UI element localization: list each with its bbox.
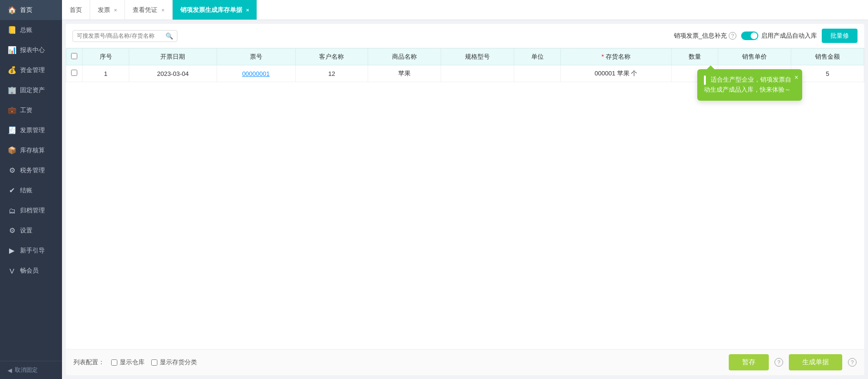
tab-home[interactable]: 首页	[62, 0, 90, 20]
row-invoice-no[interactable]: 00000001	[217, 65, 295, 82]
show-category-label: 显示存货分类	[160, 358, 197, 367]
sidebar-item-reports[interactable]: 📊 报表中心	[0, 40, 62, 60]
sidebar-item-invoice[interactable]: 🧾 发票管理	[0, 120, 62, 140]
show-category-wrap[interactable]: 显示存货分类	[151, 358, 197, 367]
save-help-icon[interactable]: ?	[775, 358, 783, 367]
bottom-bar: 列表配置： 显示仓库 显示存货分类 暂存 ? 生成单据 ?	[66, 349, 864, 375]
row-customer: 12	[295, 65, 368, 82]
header-unit: 单位	[514, 49, 561, 65]
funds-icon: 💰	[8, 66, 16, 74]
sidebar-item-settings[interactable]: ⚙ 设置	[0, 221, 62, 241]
toggle-label: 启用产成品自动入库	[761, 32, 817, 40]
pin-label: 取消固定	[15, 366, 38, 374]
search-input[interactable]	[77, 32, 163, 39]
batch-button[interactable]: 批量修	[822, 29, 858, 43]
info-help-icon[interactable]: ?	[729, 32, 736, 40]
header-invoice-no: 票号	[217, 49, 295, 65]
tab-cancel-invoice-label: 销项发票生成库存单据	[180, 6, 242, 14]
sidebar-item-salary[interactable]: 💼 工资	[0, 100, 62, 120]
show-category-checkbox[interactable]	[151, 359, 157, 366]
info-label-text: 销项发票_信息补充	[674, 32, 727, 40]
header-qty: 数量	[671, 49, 718, 65]
sidebar-item-inventory[interactable]: 📦 库存核算	[0, 140, 62, 160]
table-header-row: 序号 开票日期 票号 客户名称 商品名称 规格型号 单位 存货名称 数量 销售单…	[66, 49, 864, 65]
header-amount: 销售金额	[791, 49, 864, 65]
tooltip-close-icon[interactable]: ×	[795, 72, 798, 83]
tab-home-label: 首页	[70, 6, 82, 14]
tab-cancel-invoice-close[interactable]: ×	[246, 7, 249, 13]
header-customer: 客户名称	[295, 49, 368, 65]
home-icon: 🏠	[8, 6, 16, 14]
sidebar-item-settle[interactable]: ✔ 结账	[0, 180, 62, 200]
invoice-icon: 🧾	[8, 126, 16, 135]
reports-icon: 📊	[8, 46, 16, 54]
tab-voucher-label: 查看凭证	[133, 6, 157, 14]
row-date: 2023-03-04	[129, 65, 217, 82]
sidebar-item-guide[interactable]: ▶ 新手引导	[0, 241, 62, 261]
auto-entry-toggle[interactable]	[741, 32, 758, 40]
sidebar-item-label: 新手引导	[20, 246, 45, 255]
sidebar-item-label: 设置	[20, 226, 32, 235]
sidebar-item-label: 税务管理	[20, 166, 45, 175]
search-icon[interactable]: 🔍	[165, 32, 173, 40]
sidebar-item-assets[interactable]: 🏢 固定资产	[0, 80, 62, 100]
ledger-icon: 📒	[8, 26, 16, 34]
row-checkbox[interactable]	[71, 70, 77, 76]
save-button[interactable]: 暂存	[729, 354, 769, 370]
archive-icon: 🗂	[8, 207, 16, 215]
pin-toggle[interactable]: ◀ 取消固定	[0, 361, 62, 379]
tab-invoice[interactable]: 发票 ×	[90, 0, 125, 20]
generate-button[interactable]: 生成单据	[789, 354, 842, 370]
info-label: 销项发票_信息补充 ?	[674, 32, 736, 40]
header-seq: 序号	[83, 49, 129, 65]
header-product: 商品名称	[368, 49, 441, 65]
sidebar-item-home[interactable]: 🏠 首页	[0, 0, 62, 20]
header-unit-price: 销售单价	[718, 49, 791, 65]
row-spec	[441, 65, 514, 82]
header-checkbox-cell	[66, 49, 83, 65]
settle-icon: ✔	[8, 186, 16, 195]
assets-icon: 🏢	[8, 86, 16, 95]
tab-cancel-invoice[interactable]: 销项发票生成库存单据 ×	[173, 0, 257, 20]
tab-invoice-label: 发票	[98, 6, 110, 14]
toggle-wrap: 启用产成品自动入库	[741, 32, 817, 40]
sidebar-item-label: 工资	[20, 106, 32, 115]
select-all-checkbox[interactable]	[71, 53, 77, 59]
sidebar-item-label: 固定资产	[20, 86, 45, 95]
sidebar-item-label: 归档管理	[20, 206, 45, 215]
sidebar-item-label: 畅会员	[20, 266, 39, 275]
tax-icon: ⚙	[8, 166, 16, 175]
row-checkbox-cell	[66, 65, 83, 82]
show-warehouse-wrap[interactable]: 显示仓库	[111, 358, 145, 367]
row-unit	[514, 65, 561, 82]
tab-invoice-close[interactable]: ×	[114, 7, 117, 13]
tooltip-indicator	[704, 75, 706, 85]
header-spec: 规格型号	[441, 49, 514, 65]
header-inventory: 存货名称	[561, 49, 672, 65]
sidebar-item-archive[interactable]: 🗂 归档管理	[0, 200, 62, 221]
sidebar-item-tax[interactable]: ⚙ 税务管理	[0, 160, 62, 180]
sidebar-item-member[interactable]: V 畅会员	[0, 261, 62, 281]
tab-voucher[interactable]: 查看凭证 ×	[125, 0, 172, 20]
sidebar-item-ledger[interactable]: 📒 总账	[0, 20, 62, 40]
member-icon: V	[8, 267, 16, 275]
sidebar-item-label: 结账	[20, 186, 32, 195]
sidebar: 🏠 首页 📒 总账 📊 报表中心 💰 资金管理 🏢 固定资产 💼 工资 🧾 发票…	[0, 0, 62, 379]
sidebar-item-label: 发票管理	[20, 126, 45, 135]
guide-icon: ▶	[8, 246, 16, 255]
pin-icon: ◀	[8, 367, 12, 374]
sidebar-item-label: 库存核算	[20, 146, 45, 155]
tab-voucher-close[interactable]: ×	[161, 7, 164, 13]
sidebar-item-funds[interactable]: 💰 资金管理	[0, 60, 62, 80]
header-date: 开票日期	[129, 49, 217, 65]
generate-help-icon[interactable]: ?	[848, 358, 857, 367]
show-warehouse-label: 显示仓库	[120, 358, 145, 367]
sidebar-item-label: 报表中心	[20, 46, 45, 54]
sidebar-item-label: 总账	[20, 26, 32, 34]
tooltip-text: 适合生产型企业，销项发票自动生成产成品入库，快来体验～	[704, 76, 791, 93]
sidebar-item-label: 资金管理	[20, 66, 45, 74]
sidebar-item-label: 首页	[20, 6, 32, 14]
show-warehouse-checkbox[interactable]	[111, 359, 117, 366]
inventory-icon: 📦	[8, 146, 16, 155]
row-product: 苹果	[368, 65, 441, 82]
